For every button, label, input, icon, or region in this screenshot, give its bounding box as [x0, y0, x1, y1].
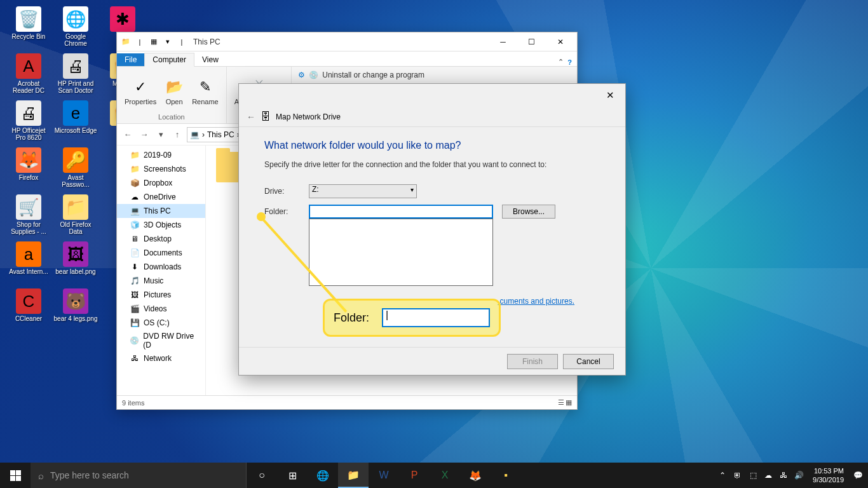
- tray-onedrive-icon[interactable]: ☁: [762, 463, 775, 488]
- desktop-icon[interactable]: 🌐Google Chrome: [52, 5, 99, 50]
- network-drive-icon: 🗄: [261, 111, 271, 123]
- tab-file[interactable]: File: [117, 53, 144, 66]
- dialog-subtitle: Specify the drive letter for the connect…: [264, 160, 600, 169]
- tray-dropbox-icon[interactable]: ⬚: [747, 463, 759, 488]
- nav-item[interactable]: 📦Dropbox: [117, 176, 205, 190]
- navigation-pane[interactable]: 📁2019-09📁Screenshots📦Dropbox☁OneDrive💻Th…: [117, 146, 206, 395]
- documents-pictures-link[interactable]: .cuments and pictures.: [498, 297, 574, 306]
- desktop-icon[interactable]: 🐻bear 4 legs.png: [52, 287, 99, 332]
- settings-gear-icon[interactable]: ⚙: [298, 71, 305, 79]
- windows-logo-icon: [10, 470, 21, 481]
- nav-item[interactable]: 🧊3D Objects: [117, 218, 205, 232]
- desktop-icon[interactable]: 🖨HP Print and Scan Doctor: [52, 52, 99, 97]
- minimize-button[interactable]: ─: [489, 33, 517, 51]
- callout-folder-input: |: [382, 308, 490, 327]
- callout-folder-label: Folder:: [334, 311, 369, 325]
- explorer-titlebar[interactable]: 📁 | ▦ ▾ | This PC ─ ☐ ✕: [117, 32, 577, 51]
- nav-item[interactable]: 🖥Desktop: [117, 232, 205, 246]
- nav-item[interactable]: ⬇Downloads: [117, 260, 205, 274]
- taskbar-excel[interactable]: X: [430, 463, 460, 488]
- desktop-icon[interactable]: 🖼bear label.png: [52, 240, 99, 285]
- desktop-icon[interactable]: 🛒Shop for Supplies - ...: [5, 193, 52, 238]
- folder-label: Folder:: [264, 207, 300, 216]
- taskbar-clock[interactable]: 10:53 PM 9/30/2019: [808, 466, 849, 485]
- uninstall-link[interactable]: Uninstall or change a program: [322, 71, 424, 79]
- taskbar-search[interactable]: ⌕ Type here to search: [31, 463, 247, 488]
- nav-item[interactable]: 🖧Network: [117, 351, 205, 365]
- folder-dropdown-list[interactable]: [309, 219, 493, 286]
- desktop-icon[interactable]: 🔑Avast Passwo...: [52, 146, 99, 191]
- pc-icon: 💻: [190, 130, 200, 139]
- taskbar-firefox[interactable]: 🦊: [460, 463, 491, 488]
- nav-item[interactable]: 💻This PC: [117, 204, 205, 218]
- nav-item[interactable]: 📄Documents: [117, 246, 205, 260]
- nav-up-button[interactable]: ↑: [170, 128, 184, 142]
- action-center-button[interactable]: 💬: [851, 463, 864, 488]
- desktop-icon[interactable]: 🖨HP Officejet Pro 8620: [5, 99, 52, 144]
- qab-properties-icon[interactable]: ▦: [147, 36, 160, 48]
- close-button[interactable]: ✕: [546, 33, 574, 51]
- tray-overflow-icon[interactable]: ⌃: [716, 463, 729, 488]
- status-bar: 9 items ☰ ▦: [117, 395, 577, 409]
- desktop-icon[interactable]: aAvast Intern...: [5, 240, 52, 285]
- nav-item[interactable]: 🎬Videos: [117, 302, 205, 316]
- properties-button[interactable]: ✓Properties: [122, 76, 159, 107]
- task-view-button[interactable]: ⊞: [277, 463, 308, 488]
- view-details-icon[interactable]: ☰: [558, 398, 564, 407]
- search-placeholder: Type here to search: [50, 470, 129, 480]
- desktop-icon[interactable]: eMicrosoft Edge: [52, 99, 99, 144]
- taskbar-app-2[interactable]: ▪: [491, 463, 521, 488]
- breadcrumb-this-pc[interactable]: This PC: [207, 130, 234, 139]
- explorer-icon: 📁: [119, 36, 132, 48]
- qab-divider2: |: [175, 36, 188, 48]
- dialog-back-icon[interactable]: ←: [247, 112, 255, 122]
- nav-item[interactable]: 📁2019-09: [117, 148, 205, 162]
- search-icon: ⌕: [38, 470, 44, 481]
- taskbar-file-explorer[interactable]: 📁: [338, 463, 369, 488]
- drive-select[interactable]: Z:: [309, 184, 417, 198]
- nav-back-button[interactable]: ←: [121, 128, 135, 142]
- view-icons-icon[interactable]: ▦: [566, 398, 572, 407]
- dialog-title: Map Network Drive: [276, 112, 341, 121]
- tab-view[interactable]: View: [194, 53, 226, 66]
- desktop-icon[interactable]: 🗑️Recycle Bin: [5, 5, 52, 50]
- nav-item[interactable]: 🖼Pictures: [117, 288, 205, 302]
- tab-computer[interactable]: Computer: [144, 53, 194, 67]
- taskbar-app-1[interactable]: 🌐: [308, 463, 338, 488]
- qab-divider: |: [133, 36, 146, 48]
- taskbar-word[interactable]: W: [369, 463, 399, 488]
- qab-dropdown-icon[interactable]: ▾: [161, 36, 174, 48]
- desktop-icon[interactable]: AAcrobat Reader DC: [5, 52, 52, 97]
- nav-item[interactable]: 📁Screenshots: [117, 162, 205, 176]
- maximize-button[interactable]: ☐: [517, 33, 546, 51]
- tray-network-icon[interactable]: 🖧: [777, 463, 790, 488]
- folder-combobox[interactable]: [309, 205, 493, 219]
- nav-item[interactable]: 💾OS (C:): [117, 316, 205, 330]
- nav-item[interactable]: ☁OneDrive: [117, 190, 205, 204]
- start-button[interactable]: [0, 463, 31, 488]
- browse-button[interactable]: Browse...: [502, 205, 555, 219]
- finish-button[interactable]: Finish: [507, 354, 558, 369]
- nav-forward-button[interactable]: →: [137, 128, 151, 142]
- taskbar: ⌕ Type here to search ○ ⊞ 🌐 📁 W P X 🦊 ▪ …: [0, 463, 868, 488]
- desktop-icon[interactable]: 📁Old Firefox Data: [52, 193, 99, 238]
- nav-item[interactable]: 💿DVD RW Drive (D: [117, 330, 205, 351]
- rename-button[interactable]: ✎Rename: [189, 76, 221, 107]
- dialog-close-button[interactable]: ✕: [600, 86, 620, 104]
- tray-security-icon[interactable]: ⛨: [731, 463, 744, 488]
- cancel-button[interactable]: Cancel: [563, 354, 614, 369]
- ribbon-collapse-icon[interactable]: ⌃: [558, 58, 564, 66]
- desktop-icon[interactable]: CCCleaner: [5, 287, 52, 332]
- open-button[interactable]: 📂Open: [161, 76, 187, 107]
- desktop-icon[interactable]: 🦊Firefox: [5, 146, 52, 191]
- tray-volume-icon[interactable]: 🔊: [792, 463, 805, 488]
- programs-icon[interactable]: 💿: [309, 71, 318, 79]
- system-tray: ⌃ ⛨ ⬚ ☁ 🖧 🔊 10:53 PM 9/30/2019 💬: [712, 463, 868, 488]
- cortana-button[interactable]: ○: [247, 463, 277, 488]
- help-icon[interactable]: ?: [567, 58, 572, 66]
- ribbon-tabs: File Computer View ⌃ ?: [117, 51, 577, 67]
- nav-recent-dropdown[interactable]: ▾: [154, 128, 168, 142]
- nav-item[interactable]: 🎵Music: [117, 274, 205, 288]
- taskbar-powerpoint[interactable]: P: [399, 463, 430, 488]
- quick-access-toolbar: 📁 | ▦ ▾ |: [119, 36, 188, 48]
